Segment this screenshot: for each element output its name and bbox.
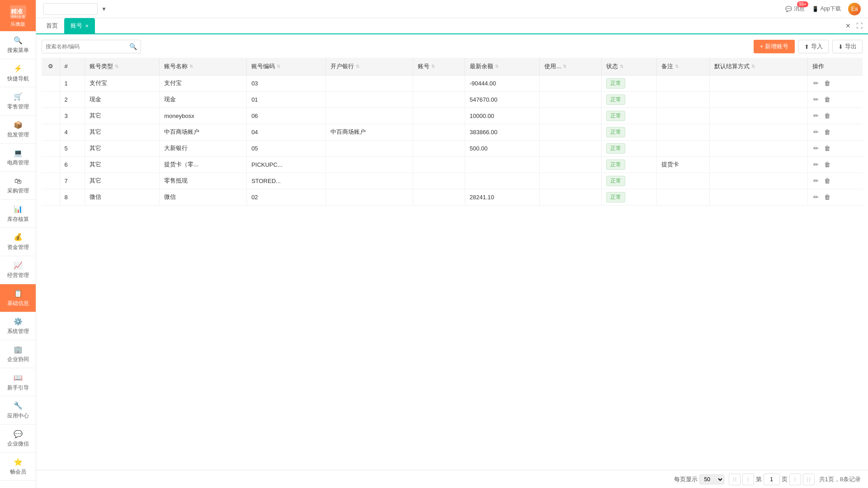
- cell-action-4: ✏ 🗑: [807, 140, 863, 156]
- cell-code-6: STORED...: [247, 173, 326, 189]
- col-account[interactable]: 账号⇅: [413, 58, 465, 75]
- user-avatar[interactable]: Ea: [848, 3, 861, 15]
- col-balance[interactable]: 最新余额⇅: [465, 58, 540, 75]
- edit-button-7[interactable]: ✏: [812, 192, 820, 202]
- delete-button-5[interactable]: 🗑: [823, 160, 831, 169]
- sidebar-item-basic-info[interactable]: 📋基础信息: [0, 284, 36, 312]
- col-bank[interactable]: 开户银行⇅: [326, 58, 413, 75]
- import-button[interactable]: ⬆ 导入: [798, 40, 829, 53]
- cell-settings-0: [42, 75, 60, 91]
- sidebar-icon-guide: 📖: [14, 373, 23, 383]
- sidebar-icon-search-order: 🔍: [14, 36, 23, 46]
- cell-index-2: 3: [60, 108, 85, 124]
- delete-button-1[interactable]: 🗑: [823, 95, 831, 104]
- sidebar-item-wechat[interactable]: 💬企业微信: [0, 425, 36, 453]
- add-account-button[interactable]: + 新增账号: [754, 40, 795, 53]
- sidebar-icon-vip: ⭐: [14, 457, 23, 467]
- page-input[interactable]: [764, 474, 780, 485]
- col-settings[interactable]: ⚙: [42, 58, 60, 75]
- app-download-button[interactable]: 📱 App下载: [812, 5, 841, 13]
- delete-button-7[interactable]: 🗑: [823, 192, 831, 202]
- delete-button-6[interactable]: 🗑: [823, 176, 831, 185]
- sidebar-item-app-center[interactable]: 🔧应用中心: [0, 396, 36, 424]
- edit-button-5[interactable]: ✏: [812, 160, 820, 169]
- delete-button-3[interactable]: 🗑: [823, 127, 831, 136]
- cell-type-0: 支付宝: [85, 75, 160, 91]
- sidebar-item-finance[interactable]: 💰资金管理: [0, 228, 36, 256]
- sidebar-label-app-center: 应用中心: [7, 412, 29, 420]
- page-prev-button[interactable]: ⟨: [742, 474, 754, 485]
- col-code-label: 账号编码: [251, 62, 275, 70]
- col-name[interactable]: 账号名称⇅: [160, 58, 247, 75]
- sidebar-item-quick-nav[interactable]: ⚡快捷导航: [0, 59, 36, 87]
- edit-button-3[interactable]: ✏: [812, 127, 820, 136]
- sidebar-item-guide[interactable]: 📖新手引导: [0, 368, 36, 396]
- cell-code-3: 04: [247, 124, 326, 140]
- delete-button-0[interactable]: 🗑: [823, 79, 831, 88]
- chevron-down-icon: ▼: [101, 6, 107, 12]
- search-input[interactable]: [42, 40, 126, 53]
- col-bank-label: 开户银行: [330, 62, 354, 70]
- sidebar-item-purchase[interactable]: 🛍采购管理: [0, 172, 36, 200]
- edit-button-6[interactable]: ✏: [812, 176, 820, 185]
- sidebar-item-enterprise[interactable]: 🏢企业协同: [0, 340, 36, 368]
- tab-home[interactable]: 首页: [40, 18, 64, 34]
- sidebar-item-vip[interactable]: ⭐畅会员: [0, 453, 36, 481]
- delete-button-4[interactable]: 🗑: [823, 144, 831, 153]
- cell-usage-1: [540, 91, 601, 108]
- page-next-button[interactable]: ⟩: [789, 474, 801, 485]
- page-size-wrap: 每页显示 50 100 200: [674, 474, 724, 484]
- cell-status-0: 正常: [601, 75, 657, 91]
- cell-index-3: 4: [60, 124, 85, 140]
- delete-button-2[interactable]: 🗑: [823, 111, 831, 120]
- col-status[interactable]: 状态⇅: [601, 58, 657, 75]
- svg-text:营时生意: 营时生意: [11, 15, 25, 19]
- messages-button[interactable]: 💬 消息 99+: [785, 5, 805, 13]
- cell-status-4: 正常: [601, 140, 657, 156]
- search-button[interactable]: 🔍: [126, 43, 141, 50]
- col-default-settlement[interactable]: 默认结算方式⇅: [710, 58, 807, 75]
- tab-close-icon[interactable]: ✕: [85, 23, 89, 28]
- page-last-button[interactable]: ⟩⟩: [803, 474, 815, 485]
- logo-image: 精准 营时生意: [8, 4, 28, 20]
- edit-button-1[interactable]: ✏: [812, 95, 820, 104]
- dropdown-button[interactable]: ▼: [101, 6, 107, 12]
- main-area: ▼ 💬 消息 99+ 📱 App下载 Ea 首页 账号 ✕: [36, 0, 868, 488]
- sidebar: 精准 营时生意 乐擒版 🔍搜索菜单⚡快捷导航🛒零售管理📦批发管理💻电商管理🛍采购…: [0, 0, 36, 488]
- col-usage[interactable]: 使用...⇅: [540, 58, 601, 75]
- sidebar-item-ecommerce[interactable]: 💻电商管理: [0, 144, 36, 172]
- sidebar-label-wechat: 企业微信: [7, 440, 29, 448]
- cell-account-0: [413, 75, 465, 91]
- export-button[interactable]: ⬇ 导出: [832, 40, 863, 53]
- col-type[interactable]: 账号类型⇅: [85, 58, 160, 75]
- sidebar-item-search-order[interactable]: 🔍搜索菜单: [0, 31, 36, 59]
- sidebar-icon-wholesale: 📦: [14, 120, 23, 130]
- edit-button-2[interactable]: ✏: [812, 111, 820, 120]
- page-size-select[interactable]: 50 100 200: [699, 474, 724, 484]
- cell-account-3: [413, 124, 465, 140]
- edit-button-4[interactable]: ✏: [812, 144, 820, 153]
- sidebar-item-retail[interactable]: 🛒零售管理: [0, 87, 36, 115]
- tab-close-all-icon[interactable]: ✕: [844, 21, 853, 30]
- top-search-input[interactable]: [43, 3, 98, 15]
- page-suffix: 页: [782, 475, 788, 483]
- col-remark[interactable]: 备注⇅: [657, 58, 710, 75]
- sidebar-icon-system: ⚙️: [14, 317, 23, 327]
- cell-settings-2: [42, 108, 60, 124]
- col-code[interactable]: 账号编码⇅: [247, 58, 326, 75]
- tab-account[interactable]: 账号 ✕: [64, 18, 95, 34]
- sidebar-item-operations[interactable]: 📈经营管理: [0, 256, 36, 284]
- sidebar-item-inventory[interactable]: 📊库存核算: [0, 200, 36, 228]
- page-first-button[interactable]: ⟨⟨: [729, 474, 741, 485]
- sidebar-item-system[interactable]: ⚙️系统管理: [0, 312, 36, 340]
- cell-remark-6: [657, 173, 710, 189]
- sidebar-item-wholesale[interactable]: 📦批发管理: [0, 116, 36, 144]
- app-download-label: App下载: [821, 5, 841, 13]
- col-action: 操作: [807, 58, 863, 75]
- tab-controls: ✕ ⛶: [844, 21, 864, 30]
- sidebar-label-retail: 零售管理: [7, 103, 29, 111]
- cell-account-6: [413, 173, 465, 189]
- edit-button-0[interactable]: ✏: [812, 79, 820, 88]
- tab-expand-icon[interactable]: ⛶: [854, 21, 864, 30]
- sort-settlement-icon: ⇅: [751, 64, 755, 69]
